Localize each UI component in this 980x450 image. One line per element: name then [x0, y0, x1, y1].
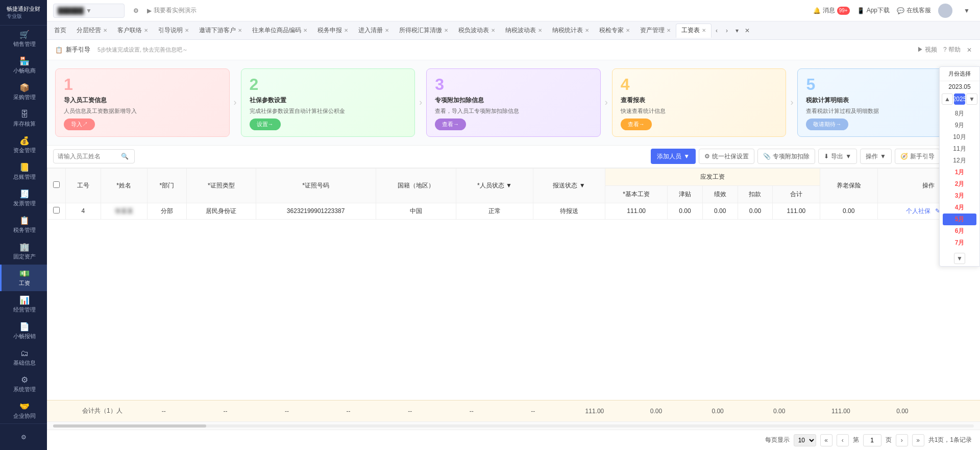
tab-contact[interactable]: 客户联络✕: [112, 23, 153, 38]
tab-asset-mgmt[interactable]: 资产管理✕: [635, 23, 676, 38]
tab-tax-wave[interactable]: 纳税波动表✕: [500, 23, 547, 38]
search-box[interactable]: 🔍: [53, 149, 135, 163]
search-input[interactable]: [58, 153, 119, 160]
step-3-btn[interactable]: 查看→: [435, 119, 466, 130]
select-all-checkbox[interactable]: [53, 181, 60, 188]
export-btn[interactable]: ⬇ 导出 ▼: [818, 149, 857, 164]
tab-wage[interactable]: 工资表✕: [676, 23, 712, 38]
status-filter-icon[interactable]: ▼: [506, 182, 512, 189]
row-op-social[interactable]: 个人社保: [906, 207, 930, 215]
send-status-filter-icon[interactable]: ▼: [579, 182, 585, 189]
month-nav-highlight[interactable]: 2025: [954, 93, 965, 105]
tab-asset-mgmt-close[interactable]: ✕: [667, 28, 671, 33]
month-12[interactable]: 12月: [943, 155, 976, 167]
tab-layered-close[interactable]: ✕: [103, 28, 107, 33]
operate-dropdown-icon[interactable]: ▼: [880, 153, 886, 160]
search-icon[interactable]: 🔍: [121, 153, 129, 160]
sidebar-item-system[interactable]: ⚙系统管理: [0, 371, 47, 397]
step-2-btn[interactable]: 设置→: [250, 119, 281, 130]
sidebar-item-operation[interactable]: 📊经营管理: [0, 291, 47, 318]
tab-tax-burden[interactable]: 税负波动表✕: [453, 23, 500, 38]
tab-tax-stats[interactable]: 纳税统计表✕: [547, 23, 594, 38]
scrollbar-thumb[interactable]: [53, 424, 206, 428]
operate-btn[interactable]: 操作 ▼: [860, 149, 892, 164]
sidebar-item-invoice[interactable]: 🧾发票管理: [0, 185, 47, 211]
sidebar-item-ecommerce[interactable]: 🏪小畅电商: [0, 52, 47, 79]
page-size-select[interactable]: 10 20 50: [794, 434, 816, 446]
sidebar-item-assets[interactable]: 🏢固定资产: [0, 238, 47, 265]
tab-scroll-right[interactable]: ›: [722, 23, 732, 38]
month-panel-nav-down-btn[interactable]: ▼: [954, 253, 965, 264]
tab-tax-wave-close[interactable]: ✕: [538, 28, 542, 33]
next-page-btn[interactable]: ›: [896, 434, 908, 446]
tab-guide-intro-close[interactable]: ✕: [185, 28, 189, 33]
extra-deduct-btn[interactable]: 📎 专项附加扣除: [757, 149, 815, 164]
guide-close-btn[interactable]: ✕: [967, 46, 972, 54]
add-employee-dropdown-icon[interactable]: ▼: [683, 153, 690, 160]
sidebar-item-purchase[interactable]: 📦采购管理: [0, 79, 47, 105]
month-1[interactable]: 1月: [943, 167, 976, 178]
tab-invite[interactable]: 邀请下游客户✕: [194, 23, 247, 38]
sidebar-item-sales[interactable]: 🛒销售管理: [0, 26, 47, 52]
month-2[interactable]: 2月: [943, 178, 976, 190]
tab-home[interactable]: 首页: [49, 23, 71, 38]
tab-tax-stats-close[interactable]: ✕: [585, 28, 589, 33]
tab-income-tax[interactable]: 所得税汇算清缴✕: [394, 23, 453, 38]
tab-tax-report-close[interactable]: ✕: [344, 28, 348, 33]
user-avatar[interactable]: [938, 4, 952, 18]
month-8[interactable]: 8月: [943, 108, 976, 120]
tab-guide-intro[interactable]: 引导说明✕: [153, 23, 194, 38]
month-3[interactable]: 3月: [943, 190, 976, 202]
step-1-btn[interactable]: 导入↗: [64, 119, 95, 130]
tab-wage-close[interactable]: ✕: [702, 28, 706, 33]
tab-income-tax-close[interactable]: ✕: [444, 28, 448, 33]
sidebar-item-collab[interactable]: 🤝企业协同: [0, 397, 47, 423]
tab-close-all[interactable]: ✕: [742, 23, 752, 38]
sidebar-item-tax[interactable]: 📋税务管理: [0, 211, 47, 238]
online-service-btn[interactable]: 💬 在线客服: [897, 6, 931, 15]
user-menu-btn[interactable]: ▼: [960, 4, 974, 18]
first-page-btn[interactable]: «: [820, 434, 832, 446]
guide-video-btn[interactable]: ▶ 视频: [917, 45, 937, 54]
tab-tax-burden-close[interactable]: ✕: [491, 28, 495, 33]
tab-layered[interactable]: 分层经营✕: [71, 23, 112, 38]
month-7[interactable]: 7月: [943, 237, 976, 249]
row-checkbox[interactable]: [53, 207, 60, 214]
month-6[interactable]: 6月: [943, 225, 976, 237]
newbie-guide-btn[interactable]: 🧭 新手引导: [895, 149, 940, 164]
month-11[interactable]: 11月: [943, 143, 976, 155]
tab-tax-report[interactable]: 税务申报✕: [312, 23, 353, 38]
notification-btn[interactable]: 🔔 消息 99+: [813, 6, 850, 15]
month-5[interactable]: 5月: [943, 214, 976, 225]
month-9[interactable]: 9月: [943, 120, 976, 131]
sidebar-item-ledger[interactable]: 📒总账管理: [0, 158, 47, 185]
step-4-btn[interactable]: 查看→: [621, 119, 652, 130]
tab-invite-close[interactable]: ✕: [238, 28, 242, 33]
tab-menu-btn[interactable]: ▾: [732, 23, 742, 38]
sidebar-settings[interactable]: ⚙: [0, 423, 47, 450]
sidebar-item-basic[interactable]: 🗂基础信息: [0, 344, 47, 371]
month-nav-down[interactable]: ▼: [966, 93, 977, 105]
current-page-input[interactable]: [863, 434, 881, 446]
month-10[interactable]: 10月: [943, 131, 976, 143]
company-selector[interactable]: ██████ ▼: [53, 4, 125, 18]
tab-goods-code-close[interactable]: ✕: [303, 28, 307, 33]
tab-register-close[interactable]: ✕: [385, 28, 389, 33]
month-4[interactable]: 4月: [943, 202, 976, 214]
guide-help-btn[interactable]: ? 帮助: [943, 45, 961, 54]
horizontal-scrollbar[interactable]: [47, 421, 980, 430]
last-page-btn[interactable]: »: [912, 434, 924, 446]
add-employee-btn[interactable]: 添加人员 ▼: [651, 149, 696, 164]
tab-tax-expert[interactable]: 税检专家✕: [594, 23, 635, 38]
step-5-btn[interactable]: 敬请期待→: [806, 119, 848, 130]
sidebar-item-wage[interactable]: 💵工资: [0, 265, 47, 291]
tab-tax-expert-close[interactable]: ✕: [626, 28, 630, 33]
prev-page-btn[interactable]: ‹: [837, 434, 849, 446]
settings-icon-btn[interactable]: ⚙: [129, 4, 143, 18]
export-dropdown-icon[interactable]: ▼: [845, 153, 851, 160]
tab-register[interactable]: 进入清册✕: [353, 23, 394, 38]
sidebar-item-report[interactable]: 📄小畅报销: [0, 318, 47, 344]
sidebar-item-inventory[interactable]: 🗄库存核算: [0, 105, 47, 132]
month-nav-up[interactable]: ▲: [942, 93, 953, 105]
unify-social-btn[interactable]: ⚙ 统一社保设置: [699, 149, 754, 164]
